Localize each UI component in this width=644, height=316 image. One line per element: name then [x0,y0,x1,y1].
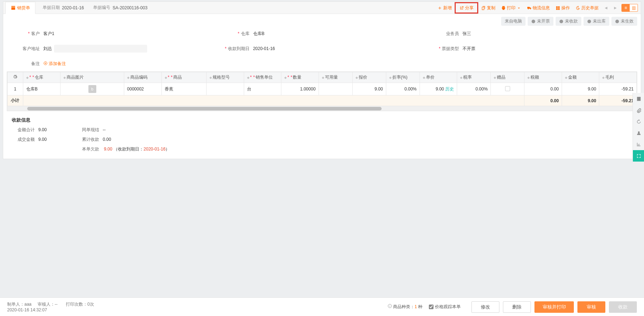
cell-product[interactable]: 香蕉 [161,83,206,95]
rail-refresh-icon[interactable] [633,116,644,127]
cell-image[interactable]: b [60,83,124,95]
copy-icon [481,6,486,10]
footer-mid: c 商品种类：1 种 价格跟踪本单 [388,304,461,310]
rail-user-icon[interactable] [633,127,644,139]
doc-no-value: SA-20200116-003 [112,5,147,10]
audit-print-button[interactable]: 审核并打印 [534,301,574,313]
col-price[interactable]: ◆单价 [420,72,457,83]
print-button[interactable]: 打印 [498,3,524,13]
cell-warehouse[interactable]: 仓库B [23,83,60,95]
col-amount[interactable]: ◆金额 [562,72,599,83]
total-value: 9.00 [38,127,47,132]
share-button[interactable]: 分享 [456,3,476,13]
col-image[interactable]: ◆商品图片 [60,72,124,83]
printcnt-label: 打印次数： [66,302,87,307]
subtotal-row: 小计 0.00 9.00 -59.21 [8,95,637,106]
addr-value[interactable]: 刘总 [43,46,52,52]
owe-note-a: （收款到期日： [113,147,144,152]
col-spec[interactable]: ◆规格型号 [207,72,244,83]
col-taxamt[interactable]: ◆税额 [524,72,562,83]
cell-spec[interactable] [207,83,244,95]
add-remark-link[interactable]: 添加备注 [43,61,66,67]
col-unit[interactable]: ◆*销售单位 [244,72,281,83]
edit-button[interactable]: 修改 [471,301,499,313]
info-icon [559,19,563,24]
col-warehouse[interactable]: ◆*仓库 [23,72,60,83]
status-unpaid[interactable]: 未收款 [556,17,581,26]
history-icon [576,6,580,10]
invoice-value[interactable]: 不开票 [463,46,475,52]
view-list-icon[interactable]: ≡ [622,4,630,11]
cell-code[interactable]: 0000002 [124,83,162,95]
rail-chart-icon[interactable] [633,139,644,150]
rail-note-icon[interactable] [633,93,644,104]
col-qty[interactable]: ◆*数量 [281,72,319,83]
due-value[interactable]: 2020-01-16 [253,46,275,51]
payment-section: 收款信息 金额合计9.00 同单现结-- 成交金额9.00 累计收款0.00 本… [3,114,641,159]
price-follow-input[interactable] [429,305,434,309]
rail-expand-icon[interactable] [633,150,644,162]
salesman-value[interactable]: 张三 [463,31,471,37]
plus-circle-icon [43,61,48,65]
col-quote[interactable]: ◆报价 [352,72,386,83]
cell-tax[interactable]: 0.00% [457,83,491,95]
prev-record-button[interactable]: ◄ [601,5,611,10]
rail-attachment-icon[interactable] [633,104,644,116]
col-avail[interactable]: ◆可用量 [319,72,352,83]
col-code[interactable]: ◆商品编码 [124,72,162,83]
share-highlight: 分享 [455,2,478,14]
cell-quote[interactable]: 9.00 [352,83,386,95]
warehouse-value[interactable]: 仓库B [253,31,265,37]
cell-qty[interactable]: 1.00000 [281,83,319,95]
gift-checkbox[interactable] [505,86,510,91]
scrollbar-thumb[interactable] [27,107,382,110]
form-grid: 客户客户1 仓库仓库B 业务员张三 客户地址刘总 收款到期日2020-01-16… [3,27,641,71]
printcnt-value: 0次 [87,302,94,307]
history-button[interactable]: 历史单据 [573,3,601,13]
logistics-button[interactable]: 物流信息 [524,3,553,13]
col-gear[interactable] [8,72,23,83]
col-tax[interactable]: ◆税率 [457,72,491,83]
status-inactive[interactable]: 未生效 [611,17,637,26]
customer-value[interactable]: 客户1 [43,31,54,37]
table-header-row: ◆*仓库 ◆商品图片 ◆商品编码 ◆*商品 ◆规格型号 ◆*销售单位 ◆*数量 … [8,72,637,83]
due-label: 收款到期日 [222,46,250,52]
col-gift[interactable]: ◆赠品 [491,72,524,83]
delete-button[interactable]: 删除 [503,301,531,313]
cum-label: 累计收款 [76,137,99,143]
tab-label: 销货单 [17,5,30,11]
status-uninvoiced[interactable]: 未开票 [528,17,553,26]
view-toggle[interactable]: ≡ ▥ [621,4,638,12]
tab-sales-order[interactable]: 销货单 [5,2,35,14]
total-label: 金额合计 [12,127,35,133]
status-unout[interactable]: 未出库 [584,17,609,26]
header-bar: 销货单 单据日期 2020-01-16 单据编号 SA-20200116-003… [3,2,641,14]
view-card-icon[interactable]: ▥ [630,4,638,11]
next-record-button[interactable]: ► [611,5,620,10]
addr-label: 客户地址 [12,46,40,52]
status-source: 来自电脑 [501,17,526,26]
copy-button[interactable]: 复制 [478,3,498,13]
footer-timestamp: 2020-01-16 14:32:07 [7,307,94,313]
col-discount[interactable]: ◆折率(%) [386,72,420,83]
ops-button[interactable]: 操作 [553,3,573,13]
audit-button[interactable]: 审核 [577,301,605,313]
col-profit[interactable]: ◆毛利 [599,72,637,83]
cell-unit[interactable]: 台 [244,83,281,95]
table-h-scrollbar[interactable] [7,106,637,111]
cell-price[interactable]: 9.00历史 [420,83,457,95]
auditor-label: 审核人： [38,302,55,307]
info-icon [531,19,536,24]
new-button[interactable]: 新增 [435,3,455,13]
price-follow-checkbox[interactable]: 价格跟踪本单 [429,304,461,310]
price-history-link[interactable]: 历史 [445,87,454,92]
doc-date-value: 2020-01-16 [62,5,84,10]
cell-discount[interactable]: 0.00% [386,83,420,95]
col-product[interactable]: ◆*商品 [161,72,206,83]
table-row[interactable]: 1 仓库B b 0000002 香蕉 台 1.00000 9.00 0.00% … [8,83,637,95]
image-thumb-icon: b [88,85,96,93]
copyright-icon: c [388,304,392,308]
svg-text:c: c [389,305,390,307]
cell-gift[interactable] [491,83,524,95]
receipt-button[interactable]: 收款 [609,301,637,313]
